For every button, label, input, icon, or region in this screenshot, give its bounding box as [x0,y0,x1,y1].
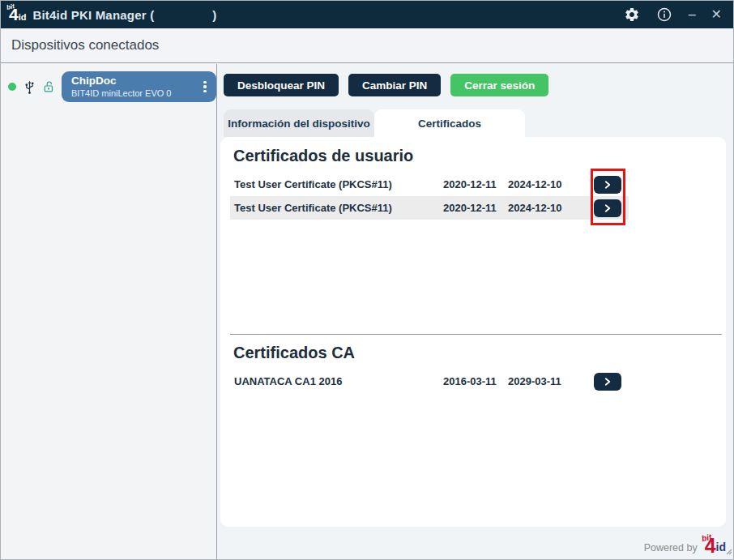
certificate-detail-button[interactable] [594,199,621,217]
powered-by-label: Powered by [644,542,698,554]
valid-to-date: 2024-12-10 [508,202,573,214]
valid-to-date: 2029-03-11 [508,375,573,387]
valid-from-date: 2020-12-11 [443,202,508,214]
certificate-name: UANATACA CA1 2016 [234,375,443,387]
device-name: ChipDoc [71,75,198,88]
resize-grip-icon[interactable] [724,544,732,558]
titlebar-controls: – ✕ [624,6,722,24]
main-panel: Desbloquear PIN Cambiar PIN Cerrar sesió… [218,64,733,559]
tab-device-info[interactable]: Información del dispositivo [224,109,374,137]
table-row: Test User Certificate (PKCS#11) 2020-12-… [230,173,629,196]
certificate-name: Test User Certificate (PKCS#11) [234,178,443,190]
window-title-prefix: Bit4id PKI Manager ( [32,8,154,22]
logo-bit-text: bit [700,532,712,543]
user-certificates-table: Test User Certificate (PKCS#11) 2020-12-… [230,173,629,220]
device-list-item: ChipDoc BIT4ID miniLector EVO 0 [1,71,216,102]
section-divider [230,334,722,335]
table-row: UANATACA CA1 2016 2016-03-11 2029-03-11 [230,370,629,393]
device-connected-dot-icon [8,83,16,91]
usb-icon [23,79,36,95]
device-kebab-menu-icon[interactable] [198,81,211,93]
valid-to-date: 2024-12-10 [508,178,573,190]
powered-by-footer: Powered by bit 4 id [644,537,726,554]
certificate-name: Test User Certificate (PKCS#11) [234,202,443,214]
info-icon[interactable] [656,6,673,24]
page-title: Dispositivos conectados [11,37,159,53]
ca-certificates-title: Certificados CA [233,344,726,362]
certificate-detail-button[interactable] [594,176,621,194]
certificates-panel: Certificados de usuario Test User Certif… [220,137,726,527]
device-reader-name: BIT4ID miniLector EVO 0 [71,88,198,99]
window-title-suffix: ) [212,8,216,22]
certificate-detail-button[interactable] [594,373,621,391]
bit4id-logo-icon: bit 4 id [9,7,26,22]
valid-from-date: 2020-12-11 [443,178,508,190]
ca-certificates-table: UANATACA CA1 2016 2016-03-11 2029-03-11 [230,370,629,393]
page-header: Dispositivos conectados [1,28,733,63]
pin-actions: Desbloquear PIN Cambiar PIN Cerrar sesió… [224,74,548,96]
close-button[interactable]: ✕ [711,8,722,21]
device-info: ChipDoc BIT4ID miniLector EVO 0 [71,75,198,99]
table-row: Test User Certificate (PKCS#11) 2020-12-… [230,196,629,220]
logout-button[interactable]: Cerrar sesión [450,74,548,96]
pki-manager-window: { "window": { "logo": { "bit": "bit", "f… [0,0,734,560]
logo-id-text: id [19,12,27,22]
window-title: Bit4id PKI Manager () [32,8,216,22]
tab-certificates[interactable]: Certificados [374,109,525,137]
valid-from-date: 2016-03-11 [443,375,508,387]
settings-gear-icon[interactable] [624,6,641,24]
minimize-button[interactable]: – [689,8,696,21]
devices-sidebar: ChipDoc BIT4ID miniLector EVO 0 [1,64,217,559]
tab-bar: Información del dispositivo Certificados [224,109,525,137]
titlebar: bit 4 id Bit4id PKI Manager () – ✕ [1,1,733,28]
user-certificates-title: Certificados de usuario [233,147,726,165]
device-card-chipdoc[interactable]: ChipDoc BIT4ID miniLector EVO 0 [62,71,216,102]
change-pin-button[interactable]: Cambiar PIN [348,74,441,96]
unlocked-padlock-icon [42,79,56,94]
bit4id-footer-logo-icon: bit 4 id [705,537,726,554]
unblock-pin-button[interactable]: Desbloquear PIN [224,74,339,96]
